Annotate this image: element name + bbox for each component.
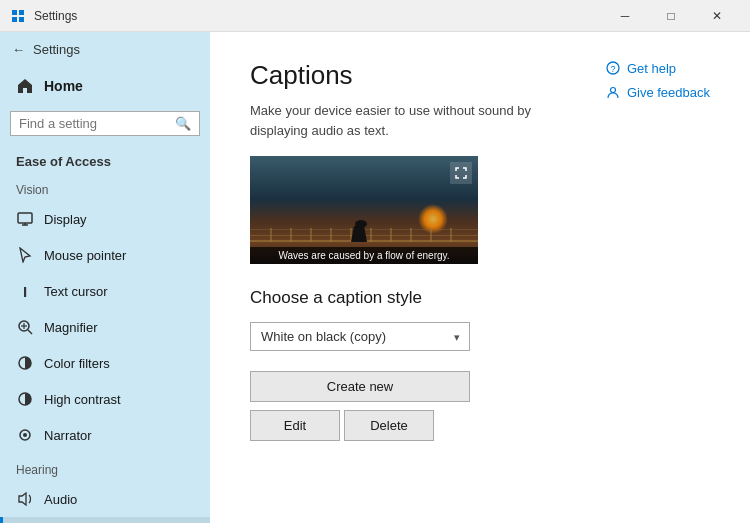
hearing-label: Hearing [0,453,210,481]
svg-line-8 [28,330,32,334]
home-icon [16,77,34,95]
svg-text:?: ? [610,64,615,74]
help-links: ? Get help Give feedback [605,60,710,100]
svg-rect-2 [12,17,17,22]
high-contrast-label: High contrast [44,392,121,407]
delete-button[interactable]: Delete [344,410,434,441]
sidebar-item-display[interactable]: Display [0,201,210,237]
magnifier-icon [16,318,34,336]
title-bar: Settings ─ □ ✕ [0,0,750,32]
search-box[interactable]: 🔍 [10,111,200,136]
give-feedback-label: Give feedback [627,85,710,100]
window-controls: ─ □ ✕ [602,0,740,32]
sidebar-item-color-filters[interactable]: Color filters [0,345,210,381]
edit-delete-row: Edit Delete [250,410,710,441]
display-icon [16,210,34,228]
text-cursor-label: Text cursor [44,284,108,299]
display-label: Display [44,212,87,227]
close-button[interactable]: ✕ [694,0,740,32]
sidebar: ← Settings Home 🔍 Ease of Access Vision … [0,32,210,523]
maximize-button[interactable]: □ [648,0,694,32]
caption-style-dropdown[interactable]: Default White on black White on black (c… [250,322,470,351]
edit-button[interactable]: Edit [250,410,340,441]
audio-icon [16,490,34,508]
sidebar-item-audio[interactable]: Audio [0,481,210,517]
high-contrast-icon [16,390,34,408]
mouse-pointer-icon [16,246,34,264]
caption-text-bar: Waves are caused by a flow of energy. [250,247,478,264]
svg-rect-4 [18,213,32,223]
app-icon [10,8,26,24]
caption-style-dropdown-wrapper: Default White on black White on black (c… [250,322,470,351]
svg-point-14 [23,433,27,437]
main-content: ? Get help Give feedback Captions Make y… [210,32,750,523]
sidebar-item-mouse-pointer[interactable]: Mouse pointer [0,237,210,273]
title-bar-label: Settings [34,9,77,23]
get-help-icon: ? [605,60,621,76]
minimize-button[interactable]: ─ [602,0,648,32]
text-cursor-icon: I [16,282,34,300]
home-label: Home [44,78,83,94]
sidebar-item-magnifier[interactable]: Magnifier [0,309,210,345]
expand-preview-button[interactable] [450,162,472,184]
magnifier-label: Magnifier [44,320,97,335]
sidebar-item-captions[interactable]: Captions [0,517,210,523]
color-filters-icon [16,354,34,372]
get-help-link[interactable]: ? Get help [605,60,710,76]
audio-label: Audio [44,492,77,507]
caption-preview: Waves are caused by a flow of energy. [250,156,478,264]
back-label: Settings [33,42,80,57]
svg-rect-1 [19,10,24,15]
search-icon: 🔍 [175,116,191,131]
color-filters-label: Color filters [44,356,110,371]
caption-preview-text: Waves are caused by a flow of energy. [278,250,449,261]
app-container: ← Settings Home 🔍 Ease of Access Vision … [0,32,750,523]
mouse-pointer-label: Mouse pointer [44,248,126,263]
narrator-label: Narrator [44,428,92,443]
narrator-icon [16,426,34,444]
ease-of-access-label: Ease of Access [0,142,210,173]
sidebar-item-text-cursor[interactable]: I Text cursor [0,273,210,309]
home-item[interactable]: Home [0,67,210,105]
search-input[interactable] [19,116,169,131]
svg-point-20 [610,88,615,93]
back-button[interactable]: ← Settings [0,32,210,67]
sidebar-item-narrator[interactable]: Narrator [0,417,210,453]
page-description: Make your device easier to use without s… [250,101,570,140]
svg-rect-0 [12,10,17,15]
back-arrow-icon: ← [12,42,25,57]
get-help-label: Get help [627,61,676,76]
create-new-button[interactable]: Create new [250,371,470,402]
choose-style-title: Choose a caption style [250,288,710,308]
vision-label: Vision [0,173,210,201]
sidebar-item-high-contrast[interactable]: High contrast [0,381,210,417]
give-feedback-link[interactable]: Give feedback [605,84,710,100]
svg-rect-3 [19,17,24,22]
give-feedback-icon [605,84,621,100]
